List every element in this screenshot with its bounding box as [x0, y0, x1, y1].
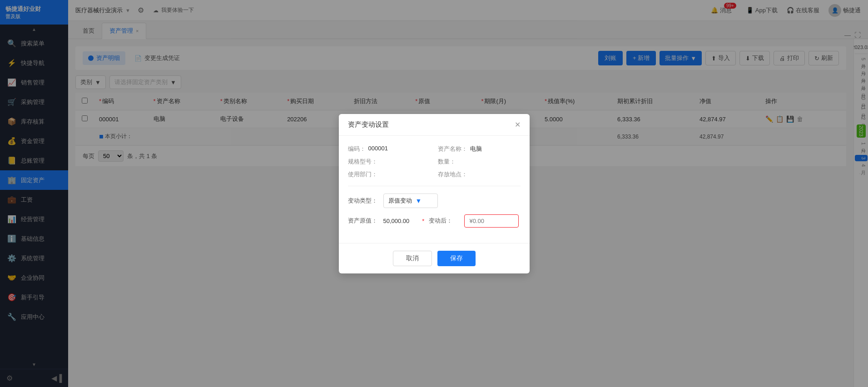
- change-type-chevron-icon: ▼: [416, 197, 422, 204]
- change-type-row: 变动类型： 原值变动 ▼: [348, 194, 521, 208]
- after-change-input[interactable]: [464, 214, 519, 228]
- required-mark: *: [422, 218, 424, 224]
- modal-info-spec: 规格型号：: [348, 158, 431, 166]
- modal-overlay: 资产变动设置 ✕ 编码： 000001 资产名称： 电脑 规格型号： 数: [0, 0, 868, 387]
- modal-info-quantity: 数量：: [438, 158, 521, 166]
- modal-info-grid: 编码： 000001 资产名称： 电脑 规格型号： 数量： 使用部门：: [348, 145, 521, 186]
- asset-change-modal: 资产变动设置 ✕ 编码： 000001 资产名称： 电脑 规格型号： 数: [339, 114, 530, 273]
- modal-body: 编码： 000001 资产名称： 电脑 规格型号： 数量： 使用部门：: [339, 136, 530, 243]
- modal-header: 资产变动设置 ✕: [339, 114, 530, 136]
- value-change-row: 资产原值： 50,000.00 * 变动后：: [348, 214, 521, 228]
- modal-info-code: 编码： 000001: [348, 145, 431, 153]
- modal-info-name: 资产名称： 电脑: [438, 145, 521, 153]
- modal-title: 资产变动设置: [348, 120, 389, 129]
- change-type-select[interactable]: 原值变动 ▼: [383, 194, 438, 208]
- original-value-display: 50,000.00: [383, 218, 410, 224]
- modal-close-btn[interactable]: ✕: [515, 120, 521, 129]
- save-button[interactable]: 保存: [437, 251, 476, 266]
- modal-info-location: 存放地点：: [438, 170, 521, 179]
- change-type-control: 原值变动 ▼: [383, 194, 521, 208]
- modal-footer: 取消 保存: [339, 243, 530, 273]
- modal-info-dept: 使用部门：: [348, 170, 431, 179]
- cancel-button[interactable]: 取消: [393, 251, 432, 266]
